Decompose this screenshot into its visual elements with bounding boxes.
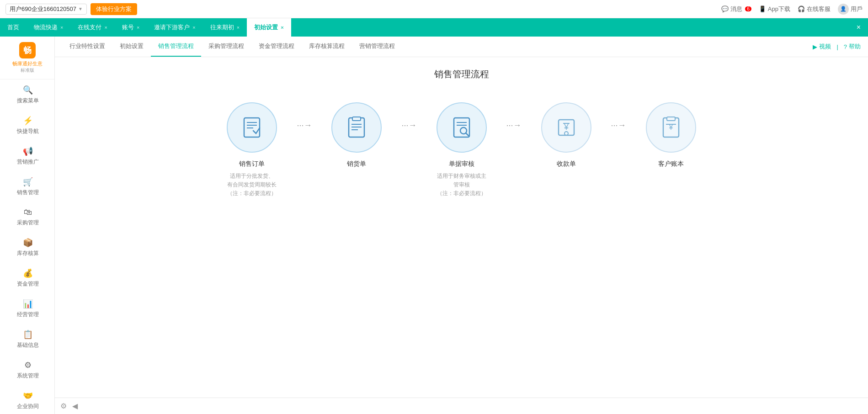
- nav-logistics-close[interactable]: ×: [60, 25, 63, 30]
- sales-icon: 🛒: [23, 177, 33, 187]
- finance-icon: 💰: [23, 268, 33, 278]
- cooperation-icon: 🤝: [23, 391, 33, 401]
- trial-button[interactable]: 体验行业方案: [91, 3, 137, 15]
- sidebar-item-system-label: 系统管理: [17, 372, 39, 380]
- flow-diagram: 销售订单 适用于分批发货、有合同发货周期较长（注：非必要流程） ···→: [73, 102, 850, 198]
- sub-tab-finance-flow[interactable]: 资金管理流程: [251, 37, 302, 57]
- nav-account-label: 账号: [122, 23, 134, 32]
- sidebar-item-finance[interactable]: 💰 资金管理: [0, 263, 54, 293]
- headset-icon: 🎧: [798, 5, 805, 12]
- nav-invite-close[interactable]: ×: [192, 25, 195, 30]
- page-content: 销售管理流程 销售订单 适用于分批发货、有合同: [55, 57, 868, 398]
- message-button[interactable]: 💬 消息 6: [721, 5, 751, 13]
- nav-invite[interactable]: 邀请下游客户 ×: [147, 18, 202, 37]
- sales-delivery-label: 销货单: [347, 160, 366, 168]
- sidebar-item-sales-label: 销售管理: [17, 189, 39, 196]
- basic-icon: 📋: [23, 329, 33, 340]
- sub-tab-finance-flow-label: 资金管理流程: [259, 42, 294, 49]
- nav-init-settings[interactable]: 初始设置 ×: [247, 18, 291, 37]
- receipt-circle[interactable]: ¥: [541, 102, 591, 153]
- video-link[interactable]: ▶ 视频: [813, 42, 831, 51]
- doc-review-circle[interactable]: [437, 102, 487, 153]
- sidebar-item-sales[interactable]: 🛒 销售管理: [0, 171, 54, 202]
- svg-rect-18: [667, 117, 675, 121]
- customer-account-label: 客户账本: [658, 160, 684, 168]
- sub-tab-init[interactable]: 初始设置: [112, 37, 151, 57]
- nav-payment-label: 在线支付: [78, 23, 101, 32]
- nav-period[interactable]: 往来期初 ×: [203, 18, 247, 37]
- help-link[interactable]: ? 帮助: [844, 42, 861, 51]
- help-icon: ?: [844, 43, 847, 50]
- app-download-button[interactable]: 📱 App下载: [759, 5, 790, 13]
- sales-delivery-circle[interactable]: [331, 102, 382, 153]
- avatar: 👤: [838, 4, 849, 15]
- user-display-name: 用戶: [851, 5, 863, 13]
- message-label: 消息: [730, 5, 742, 13]
- sidebar-item-basic[interactable]: 📋 基础信息: [0, 324, 54, 355]
- customer-account-circle[interactable]: ¥: [646, 102, 696, 153]
- header-right: 💬 消息 6 📱 App下载 🎧 在线客服 👤 用戶: [721, 4, 863, 15]
- sidebar-item-marketing[interactable]: 📢 营销推广: [0, 141, 54, 171]
- sub-tab-marketing-flow[interactable]: 营销管理流程: [352, 37, 402, 57]
- nav-init-settings-close[interactable]: ×: [281, 25, 283, 30]
- sub-tab-sales-flow-label: 销售管理流程: [158, 42, 194, 49]
- sidebar-item-purchase-label: 采购管理: [17, 219, 39, 227]
- sub-tabs: 行业特性设置 初始设置 销售管理流程 采购管理流程 资金管理流程 库存核算流程: [55, 37, 868, 57]
- logo-edition: 标准版: [21, 67, 34, 74]
- sidebar-item-finance-label: 资金管理: [17, 280, 39, 288]
- sidebar-item-cooperation[interactable]: 🤝 企业协同: [0, 385, 54, 414]
- sales-order-label: 销售订单: [239, 160, 265, 168]
- flow-arrow-2: ···→: [398, 121, 420, 130]
- svg-rect-5: [352, 117, 361, 121]
- online-service-button[interactable]: 🎧 在线客服: [798, 5, 831, 13]
- doc-review-label: 单据审核: [449, 160, 474, 168]
- nav-account-close[interactable]: ×: [137, 25, 139, 30]
- nav-logistics[interactable]: 物流快递 ×: [27, 18, 70, 37]
- collapse-icon[interactable]: ◀: [72, 402, 78, 410]
- sidebar-item-cooperation-label: 企业协同: [17, 403, 39, 410]
- user-avatar-button[interactable]: 👤 用戶: [838, 4, 863, 15]
- sub-tab-purchase-flow[interactable]: 采购管理流程: [201, 37, 251, 57]
- sub-tab-init-label: 初始设置: [120, 42, 144, 49]
- app-download-icon: 📱: [759, 5, 766, 12]
- user-label: 用户690企业1660120507: [10, 5, 76, 13]
- sidebar-item-basic-label: 基础信息: [17, 341, 39, 349]
- sales-order-circle[interactable]: [227, 102, 277, 153]
- sidebar-item-inventory[interactable]: 📦 库存核算: [0, 232, 54, 263]
- page-title: 销售管理流程: [73, 68, 850, 80]
- sidebar-logo: 畅 畅庫通好生意 标准版: [0, 37, 54, 80]
- flow-arrow-4: ···→: [607, 121, 630, 130]
- play-icon: ▶: [813, 43, 817, 50]
- nav-payment-close[interactable]: ×: [104, 25, 107, 30]
- sidebar-item-inventory-label: 库存核算: [17, 249, 39, 257]
- content-area: 行业特性设置 初始设置 销售管理流程 采购管理流程 资金管理流程 库存核算流程: [55, 37, 868, 414]
- doc-review-desc: 适用于财务审核或主管审核（注：非必要流程）: [437, 172, 486, 198]
- nav-account[interactable]: 账号 ×: [115, 18, 147, 37]
- sidebar-item-purchase[interactable]: 🛍 采购管理: [0, 202, 54, 232]
- message-badge: 6: [745, 6, 751, 11]
- video-label: 视频: [819, 42, 831, 51]
- sub-tab-purchase-flow-label: 采购管理流程: [208, 42, 244, 49]
- nav-period-close[interactable]: ×: [237, 25, 240, 30]
- svg-line-13: [466, 133, 469, 136]
- user-selector[interactable]: 用户690企业1660120507 ▼: [5, 4, 87, 15]
- sub-tab-inventory-flow-label: 库存核算流程: [309, 42, 345, 49]
- header-left: 用户690企业1660120507 ▼ 体验行业方案: [5, 3, 137, 15]
- flow-item-sales-order: 销售订单 适用于分批发货、有合同发货周期较长（注：非必要流程）: [211, 102, 293, 198]
- flow-arrow-1: ···→: [293, 121, 315, 130]
- settings-icon[interactable]: ⚙: [60, 402, 67, 410]
- nav-payment[interactable]: 在线支付 ×: [70, 18, 114, 37]
- flow-arrow-3: ···→: [503, 121, 525, 130]
- purchase-icon: 🛍: [24, 207, 32, 217]
- sub-tab-industry[interactable]: 行业特性设置: [62, 37, 112, 57]
- sub-tab-inventory-flow[interactable]: 库存核算流程: [302, 37, 352, 57]
- sidebar-item-system[interactable]: ⚙ 系统管理: [0, 355, 54, 385]
- sub-tab-sales-flow[interactable]: 销售管理流程: [151, 37, 201, 57]
- divider: |: [836, 43, 838, 50]
- sidebar-item-operation[interactable]: 📊 经营管理: [0, 293, 54, 324]
- nav-close-all-button[interactable]: ×: [849, 23, 868, 32]
- nav-init-settings-label: 初始设置: [254, 23, 278, 32]
- sidebar-item-search[interactable]: 🔍 搜索菜单: [0, 80, 54, 110]
- sidebar-item-quick-nav[interactable]: ⚡ 快捷导航: [0, 110, 54, 141]
- nav-home[interactable]: 首页: [0, 18, 27, 37]
